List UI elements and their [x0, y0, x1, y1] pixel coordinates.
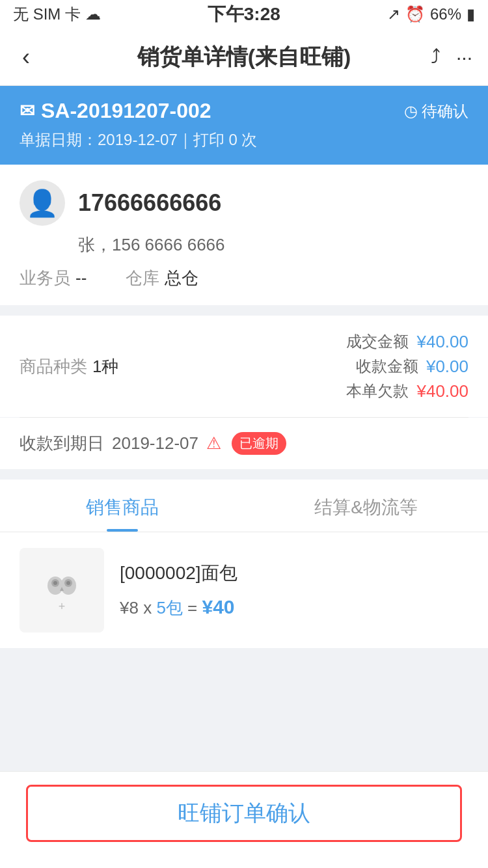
warehouse-value: 总仓: [165, 267, 198, 290]
avatar: 👤: [20, 180, 65, 226]
tabs-bar: 销售商品 结算&物流等: [0, 480, 488, 532]
status-right: ↗ ⏰ 66% ▮: [387, 5, 475, 23]
share-icon[interactable]: ⤴: [431, 46, 441, 68]
bottom-spacer: [0, 648, 488, 778]
tab-sales-goods[interactable]: 销售商品: [0, 480, 244, 532]
order-header-card: ✉ SA-20191207-002 ◷ 待确认 单据日期：2019-12-07｜…: [0, 86, 488, 165]
due-date-card: 收款到期日 2019-12-07 ⚠ 已逾期: [0, 418, 488, 469]
product-title: 面包: [201, 563, 237, 583]
order-id-text: SA-20191207-002: [41, 99, 211, 123]
order-id-section: ✉ SA-20191207-002: [20, 99, 211, 123]
price-label: ¥8 x: [120, 598, 156, 617]
svg-point-4: [53, 581, 57, 585]
warehouse-label: 仓库: [126, 267, 159, 290]
bottom-bar: 旺铺订单确认: [0, 771, 488, 868]
clock-icon: ◷: [404, 102, 418, 120]
divider-1: [0, 305, 488, 316]
status-bar: 无 SIM 卡 ☁ 下午3:28 ↗ ⏰ 66% ▮: [0, 0, 488, 29]
sales-value: --: [75, 268, 87, 288]
tab-settlement[interactable]: 结算&物流等: [244, 480, 488, 532]
product-card: + [0000002]面包 ¥8 x 5包 = ¥40: [0, 532, 488, 648]
product-type-section: 商品种类 1种: [20, 355, 118, 378]
order-meta: 单据日期：2019-12-07｜打印 0 次: [20, 129, 468, 150]
meta-sep: ｜: [178, 131, 193, 148]
status-left: 无 SIM 卡 ☁: [13, 4, 101, 25]
amount-value-0: ¥40.00: [416, 332, 468, 352]
meta-print: 打印 0 次: [193, 131, 258, 148]
warehouse: 仓库 总仓: [126, 267, 198, 290]
product-image: +: [20, 548, 104, 632]
order-status: ◷ 待确认: [404, 101, 468, 122]
confirm-order-button[interactable]: 旺铺订单确认: [26, 785, 462, 842]
status-text: 待确认: [422, 101, 468, 122]
total-value: ¥40: [202, 596, 234, 617]
product-code: [0000002]: [120, 563, 201, 583]
summary-card: 商品种类 1种 成交金额 ¥40.00 收款金额 ¥0.00 本单欠款 ¥40.…: [0, 316, 488, 417]
summary-row: 商品种类 1种 成交金额 ¥40.00 收款金额 ¥0.00 本单欠款 ¥40.…: [20, 331, 468, 401]
amount-row-0: 成交金额 ¥40.00: [346, 331, 468, 352]
customer-meta-row: 业务员 -- 仓库 总仓: [20, 267, 468, 290]
sim-status: 无 SIM 卡 ☁: [13, 4, 101, 25]
page-title: 销货单详情(来自旺铺): [137, 42, 351, 72]
battery-icon: ▮: [467, 5, 475, 23]
person-icon: 👤: [26, 188, 59, 219]
customer-info-card: 👤 17666666666 张，156 6666 6666 业务员 -- 仓库 …: [0, 165, 488, 305]
amount-row-1: 收款金额 ¥0.00: [356, 356, 468, 377]
product-info: [0000002]面包 ¥8 x 5包 = ¥40: [120, 561, 468, 619]
type-value: 1种: [92, 355, 118, 378]
alarm-icon: ⏰: [405, 5, 425, 23]
product-price-row: ¥8 x 5包 = ¥40: [120, 596, 468, 619]
quantity: 5包: [156, 598, 182, 617]
amount-label-0: 成交金额: [346, 331, 409, 352]
order-icon: ✉: [20, 100, 34, 122]
customer-row: 👤 17666666666: [20, 180, 468, 226]
status-time: 下午3:28: [208, 2, 280, 27]
meta-date-value: 2019-12-07: [98, 131, 178, 148]
amount-value-2: ¥40.00: [416, 381, 468, 401]
nav-bar: ‹ 销货单详情(来自旺铺) ⤴ ···: [0, 29, 488, 86]
overdue-badge: 已逾期: [232, 432, 286, 455]
product-img-inner: +: [42, 567, 81, 614]
sales-person: 业务员 --: [20, 267, 87, 290]
nav-actions: ⤴ ···: [431, 46, 472, 68]
logo-plus: +: [59, 600, 66, 614]
type-label: 商品种类: [20, 355, 87, 378]
owl-logo: [42, 567, 81, 600]
due-date-label: 收款到期日: [20, 432, 104, 455]
back-button[interactable]: ‹: [16, 37, 36, 77]
sales-label: 业务员: [20, 267, 70, 290]
due-date-value: 2019-12-07: [112, 433, 198, 454]
customer-sub-info: 张，156 6666 6666: [78, 234, 468, 256]
amount-row-2: 本单欠款 ¥40.00: [346, 381, 468, 401]
amounts-section: 成交金额 ¥40.00 收款金额 ¥0.00 本单欠款 ¥40.00: [346, 331, 468, 401]
total-label: =: [183, 598, 202, 617]
amount-label-2: 本单欠款: [346, 381, 409, 401]
amount-label-1: 收款金额: [356, 356, 418, 377]
battery-level: 66%: [430, 5, 461, 23]
tab-label-1: 结算&物流等: [314, 497, 418, 517]
tab-label-0: 销售商品: [86, 497, 159, 517]
meta-date-label: 单据日期：: [20, 131, 98, 148]
warning-icon: ⚠: [206, 433, 221, 454]
customer-phone: 17666666666: [78, 189, 221, 217]
more-icon[interactable]: ···: [456, 46, 472, 68]
product-name: [0000002]面包: [120, 561, 468, 586]
amount-value-1: ¥0.00: [426, 357, 468, 377]
location-icon: ↗: [387, 5, 400, 23]
svg-point-5: [66, 581, 70, 585]
